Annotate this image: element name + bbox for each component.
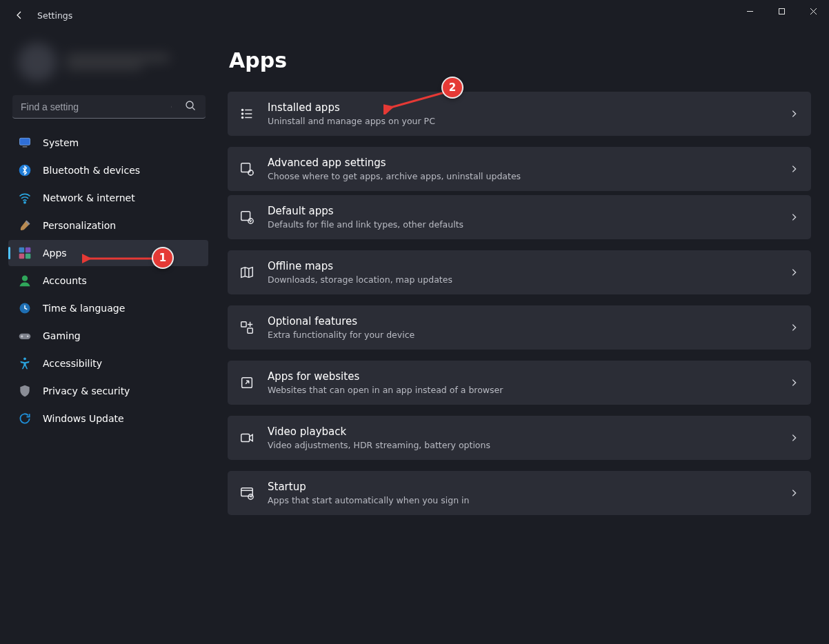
svg-point-15 [22,276,28,281]
maximize-icon [778,8,786,15]
text-cursor-icon [171,101,172,113]
sidebar-item-label: Time & language [43,303,125,314]
card-desc: Extra functionality for your device [268,330,777,340]
chevron-right-icon [789,433,799,443]
minimize-button[interactable] [734,0,766,22]
card-desc: Websites that can open in an app instead… [268,385,777,395]
chevron-right-icon [789,378,799,388]
svg-rect-8 [23,146,28,148]
sidebar-item-label: Gaming [43,330,81,341]
sidebar-item-system[interactable]: System [8,130,208,156]
card-desc: Choose where to get apps, archive apps, … [268,171,777,181]
sidebar-item-label: Accounts [43,275,87,286]
sidebar-item-label: Accessibility [43,358,102,369]
search-input[interactable] [12,95,206,119]
sidebar-item-label: Apps [43,248,67,259]
profile-area[interactable] [18,36,206,88]
card-advanced-app-settings[interactable]: Advanced app settings Choose where to ge… [228,147,811,191]
gamepad-icon [18,329,32,343]
sidebar-item-network[interactable]: Network & internet [8,185,208,211]
svg-rect-6 [20,138,30,145]
sidebar-item-label: Bluetooth & devices [43,165,140,176]
sidebar-item-gaming[interactable]: Gaming [8,323,208,349]
svg-point-19 [23,357,26,360]
svg-rect-30 [241,322,246,327]
svg-rect-12 [26,248,31,253]
card-title: Apps for websites [268,370,777,383]
sidebar-item-label: Personalization [43,220,116,231]
svg-point-10 [24,202,26,203]
apps-icon [18,246,32,260]
sidebar-item-privacy[interactable]: Privacy & security [8,378,208,404]
svg-rect-13 [19,254,25,259]
card-optional-features[interactable]: Optional features Extra functionality fo… [228,305,811,350]
svg-rect-31 [248,328,252,333]
chevron-right-icon [789,323,799,332]
user-icon [18,274,32,288]
maximize-button[interactable] [766,0,797,22]
svg-rect-1 [779,8,784,14]
card-apps-for-websites[interactable]: Apps for websites Websites that can open… [228,361,811,405]
card-title: Installed apps [268,101,777,114]
svg-point-27 [248,170,253,175]
sidebar-item-personalization[interactable]: Personalization [8,212,208,239]
clock-icon [18,301,32,315]
card-installed-apps[interactable]: Installed apps Uninstall and manage apps… [228,92,811,136]
sidebar-item-update[interactable]: Windows Update [8,405,208,432]
svg-point-22 [241,113,243,114]
annotation-arrow-1 [82,250,158,267]
brush-icon [18,219,32,232]
list-icon [239,105,255,122]
sidebar-item-label: Network & internet [43,192,135,203]
video-icon [239,430,255,446]
card-startup[interactable]: Startup Apps that start automatically wh… [228,471,811,515]
sidebar-item-label: System [43,137,79,148]
features-icon [239,319,255,336]
card-desc: Downloads, storage location, map updates [268,274,777,285]
card-title: Video playback [268,425,777,438]
card-title: Default apps [268,205,777,217]
svg-line-5 [192,108,195,110]
app-gear-icon [239,161,255,177]
card-desc: Defaults for file and link types, other … [268,219,777,230]
chevron-right-icon [789,488,799,498]
back-button[interactable] [10,6,29,25]
sidebar-item-bluetooth[interactable]: Bluetooth & devices [8,157,208,183]
sidebar-item-accounts[interactable]: Accounts [8,268,208,294]
close-button[interactable] [797,0,829,22]
svg-rect-11 [19,248,25,253]
card-video-playback[interactable]: Video playback Video adjustments, HDR st… [228,416,811,460]
chevron-right-icon [789,212,799,222]
shield-icon [18,384,32,398]
titlebar: Settings [0,0,829,30]
sidebar: System Bluetooth & devices Network & int… [0,30,212,644]
card-title: Optional features [268,315,777,328]
svg-rect-14 [26,254,31,259]
card-title: Advanced app settings [268,157,777,169]
svg-rect-34 [241,488,253,496]
chevron-right-icon [789,164,799,174]
card-default-apps[interactable]: Default apps Defaults for file and link … [228,195,811,239]
default-apps-icon [239,209,255,225]
chevron-right-icon [789,268,799,277]
annotation-marker-1: 1 [153,248,172,268]
main-content: Apps Installed apps Uninstall and manage… [212,30,829,644]
card-offline-maps[interactable]: Offline maps Downloads, storage location… [228,250,811,294]
search-icon [185,100,196,111]
bluetooth-icon [18,163,32,177]
card-title: Startup [268,481,777,493]
startup-icon [239,485,255,501]
page-title: Apps [229,48,811,72]
card-list: Installed apps Uninstall and manage apps… [228,92,811,515]
card-title: Offline maps [268,260,777,272]
search-box[interactable] [12,95,206,119]
nav-list: System Bluetooth & devices Network & int… [6,130,212,432]
map-icon [239,264,255,281]
window-controls [734,0,829,22]
svg-rect-17 [19,334,31,339]
sidebar-item-time[interactable]: Time & language [8,295,208,321]
sidebar-item-label: Windows Update [43,413,124,424]
sidebar-item-accessibility[interactable]: Accessibility [8,350,208,376]
card-desc: Apps that start automatically when you s… [268,495,777,505]
svg-rect-33 [241,434,250,442]
